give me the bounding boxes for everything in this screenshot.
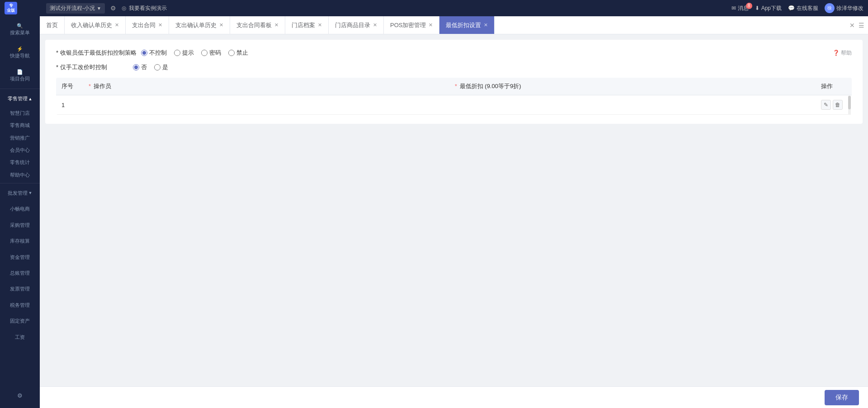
tab-expense-board[interactable]: 支出合同看板 ✕ (230, 16, 285, 34)
sidebar-item-tax[interactable]: 税务管理 (0, 297, 40, 313)
tab-close-icon[interactable]: ✕ (429, 22, 433, 28)
help-icon: ❓ (833, 50, 840, 56)
table-scrollbar-thumb (848, 96, 851, 109)
cell-discount[interactable] (449, 95, 816, 115)
table-row: 1 ✎ (56, 95, 852, 115)
help-button[interactable]: ❓ 帮助 (833, 49, 852, 57)
sidebar-item-smart-store[interactable]: 智慧门店 (0, 107, 40, 119)
tab-close-all-icon[interactable]: ✕ (849, 22, 855, 29)
sidebar: 🔍 搜索菜单 ⚡ 快捷导航 📄 项目合同 零售管理 ▲ 智慧门店 (0, 16, 40, 408)
top-bar: 专业版 测试分开流程-小况 ▼ ⚙ ◎ 我要看实例演示 ✉ 消息 8 ⬇ App… (0, 0, 868, 16)
tab-menu-icon[interactable]: ☰ (859, 22, 864, 29)
policy-radio-forbid[interactable] (228, 50, 235, 56)
policy-option-forbid[interactable]: 禁止 (228, 49, 248, 57)
topbar-actions: ✉ 消息 8 ⬇ App下载 💬 在线客服 徐 徐泽华修改 (731, 3, 863, 13)
sidebar-item-funds[interactable]: 资金管理 (0, 249, 40, 265)
policy-label-forbid: 禁止 (236, 49, 248, 57)
policy-radio-password[interactable] (201, 50, 208, 56)
sidebar-item-project-contract[interactable]: 📄 项目合同 (0, 64, 40, 87)
col-header-seq: 序号 (56, 78, 83, 95)
page-content: * 收银员低于最低折扣控制策略 不控制 提示 密码 (40, 34, 868, 386)
discount-required-mark: * (455, 83, 457, 89)
sidebar-item-ecommerce[interactable]: 小畅电商 (0, 201, 40, 217)
manual-radio-no[interactable] (133, 64, 139, 70)
sidebar-item-retail-mall[interactable]: 零售商城 (0, 119, 40, 131)
sidebar-item-payroll[interactable]: 工资 (0, 329, 40, 345)
tab-close-icon[interactable]: ✕ (373, 22, 377, 28)
sidebar-item-marketing[interactable]: 营销推广 (0, 132, 40, 144)
cell-operator[interactable] (83, 95, 449, 115)
policy-radio-no-control[interactable] (141, 50, 147, 56)
tab-pos-encryption[interactable]: POS加密管理 ✕ (384, 16, 439, 34)
app-download-label: App下载 (761, 5, 782, 12)
sidebar-item-member-center[interactable]: 会员中心 (0, 144, 40, 156)
tab-expense-history[interactable]: 支出确认单历史 ✕ (169, 16, 230, 34)
delete-row-button[interactable]: 🗑 (833, 100, 843, 110)
messages-button[interactable]: ✉ 消息 8 (731, 5, 749, 12)
tab-expense-contract[interactable]: 支出合同 ✕ (126, 16, 169, 34)
tab-close-icon[interactable]: ✕ (318, 22, 322, 28)
sidebar-item-help-center[interactable]: 帮助中心 (0, 169, 40, 181)
download-icon: ⬇ (755, 5, 760, 11)
tab-min-discount[interactable]: 最低折扣设置 ✕ (439, 16, 495, 34)
col-header-discount: * 最低折扣 (9.00等于9折) (449, 78, 816, 95)
cell-seq: 1 (56, 95, 83, 115)
online-support-button[interactable]: 💬 在线客服 (788, 5, 818, 12)
tab-income-history[interactable]: 收入确认单历史 ✕ (65, 16, 126, 34)
policy-option-no-control[interactable]: 不控制 (141, 49, 167, 57)
sidebar-item-wholesale[interactable]: 批发管理 ▼ (0, 185, 40, 201)
sidebar-item-purchase[interactable]: 采购管理 (0, 217, 40, 233)
content-area: 首页 收入确认单历史 ✕ 支出合同 ✕ 支出确认单历史 ✕ 支出合同看板 ✕ 门… (40, 16, 868, 408)
sidebar-item-retail-stats[interactable]: 零售统计 (0, 156, 40, 169)
discount-table: 序号 * 操作员 * 最低折扣 (9.00等于9折) (56, 78, 852, 115)
save-button[interactable]: 保存 (825, 390, 859, 405)
settings-gear-icon[interactable]: ⚙ (13, 388, 27, 403)
sidebar-item-inventory[interactable]: 库存核算 (0, 233, 40, 249)
sidebar-bottom: ⚙ (13, 383, 27, 408)
tab-close-icon[interactable]: ✕ (158, 22, 162, 28)
policy-label: * 收银员低于最低折扣控制策略 (56, 49, 137, 57)
online-support-label: 在线客服 (797, 5, 818, 12)
manual-option-no[interactable]: 否 (133, 63, 147, 71)
support-icon: 💬 (788, 5, 795, 11)
sidebar-item-invoice[interactable]: 发票管理 (0, 281, 40, 297)
manual-option-yes[interactable]: 是 (154, 63, 168, 71)
sidebar-item-retail-management[interactable]: 零售管理 ▲ (0, 91, 40, 107)
sidebar-item-fixed-assets[interactable]: 固定资产 (0, 313, 40, 329)
logo-area: 专业版 (5, 2, 41, 14)
user-profile-button[interactable]: 徐 徐泽华修改 (825, 3, 863, 13)
operator-input[interactable] (89, 102, 444, 108)
sidebar-item-search[interactable]: 🔍 搜索菜单 (0, 18, 40, 41)
manual-radio-yes[interactable] (154, 64, 160, 70)
form-card: * 收银员低于最低折扣控制策略 不控制 提示 密码 (45, 40, 863, 124)
tab-close-icon[interactable]: ✕ (115, 22, 119, 28)
policy-option-hint[interactable]: 提示 (174, 49, 194, 57)
app-download-button[interactable]: ⬇ App下载 (755, 5, 782, 12)
search-icon: 🔍 (2, 23, 38, 29)
table-container: 序号 * 操作员 * 最低折扣 (9.00等于9折) (56, 78, 852, 115)
policy-label-no-control: 不控制 (149, 49, 167, 57)
edit-row-button[interactable]: ✎ (821, 100, 831, 110)
manual-label-yes: 是 (162, 63, 168, 71)
project-selector[interactable]: 测试分开流程-小况 ▼ (46, 3, 105, 14)
policy-radio-hint[interactable] (174, 50, 180, 56)
policy-label-password: 密码 (209, 49, 221, 57)
col-header-operator: * 操作员 (83, 78, 449, 95)
tab-store-catalog[interactable]: 门店商品目录 ✕ (329, 16, 384, 34)
tab-store-archive[interactable]: 门店档案 ✕ (285, 16, 329, 34)
sidebar-item-quick-nav[interactable]: ⚡ 快捷导航 (0, 41, 40, 64)
table-header: 序号 * 操作员 * 最低折扣 (9.00等于9折) (56, 78, 852, 95)
discount-input[interactable] (455, 102, 810, 108)
tab-bar: 首页 收入确认单历史 ✕ 支出合同 ✕ 支出确认单历史 ✕ 支出合同看板 ✕ 门… (40, 16, 868, 34)
sidebar-item-ledger[interactable]: 总账管理 (0, 265, 40, 281)
tab-close-active-icon[interactable]: ✕ (484, 22, 488, 28)
tab-close-icon[interactable]: ✕ (274, 22, 278, 28)
tab-home[interactable]: 首页 (40, 16, 65, 34)
policy-option-password[interactable]: 密码 (201, 49, 221, 57)
tab-close-icon[interactable]: ✕ (219, 22, 223, 28)
table-scrollbar-track (848, 96, 851, 115)
manual-label-no: 否 (141, 63, 147, 71)
demo-area[interactable]: ◎ 我要看实例演示 (122, 5, 167, 12)
settings-icon[interactable]: ⚙ (110, 5, 116, 12)
policy-label-hint: 提示 (182, 49, 194, 57)
